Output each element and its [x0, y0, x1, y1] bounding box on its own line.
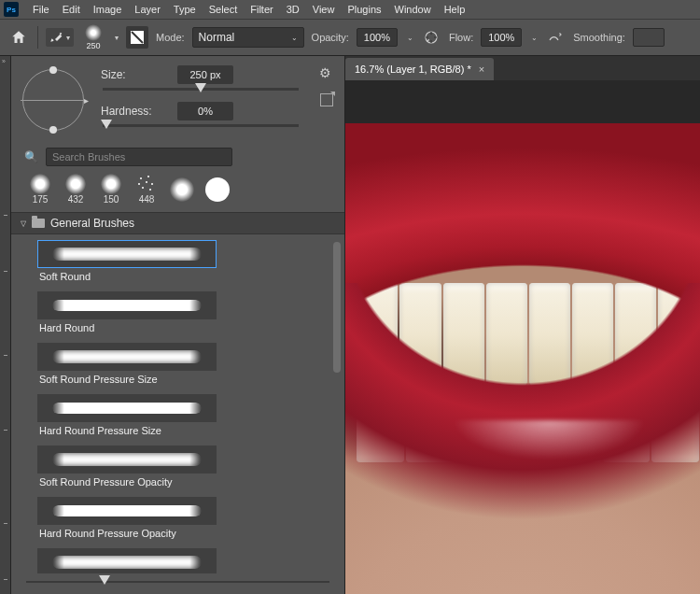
- chevron-down-icon: ▾: [66, 34, 70, 42]
- opacity-label: Opacity:: [312, 32, 349, 43]
- mode-label: Mode:: [156, 32, 185, 43]
- collapsed-panel-strip[interactable]: »: [0, 56, 11, 594]
- canvas-pasteboard-top: [345, 80, 700, 123]
- chevron-down-icon[interactable]: ⌄: [531, 34, 538, 42]
- brush-group-header[interactable]: ▽ General Brushes: [11, 212, 344, 234]
- brush-item-label: Hard Round: [37, 319, 217, 339]
- brush-item[interactable]: Hard Round: [37, 291, 217, 339]
- brush-group-name: General Brushes: [50, 217, 134, 230]
- canvas[interactable]: [345, 123, 700, 594]
- brush-item-label: Hard Round Pressure Size: [37, 422, 217, 442]
- document-area: 16.7% (Layer 1, RGB/8) * ×: [345, 56, 700, 594]
- folder-icon: [32, 219, 45, 228]
- brush-item-label: Hard Round Pressure Opacity: [37, 525, 217, 544]
- menu-file[interactable]: File: [26, 2, 56, 17]
- close-icon[interactable]: ×: [479, 64, 484, 75]
- document-tab-bar: 16.7% (Layer 1, RGB/8) * ×: [345, 56, 700, 80]
- expand-arrows-icon: »: [2, 58, 5, 64]
- recent-brush[interactable]: 432: [60, 174, 91, 205]
- opacity-input[interactable]: 100%: [357, 28, 398, 47]
- pressure-opacity-icon[interactable]: [421, 27, 441, 48]
- brush-picker-panel: ▸ Size: 250 px Hardness: 0%: [11, 56, 345, 594]
- hardness-slider[interactable]: [103, 124, 299, 127]
- flow-label: Flow:: [449, 32, 473, 43]
- new-preset-icon[interactable]: [320, 93, 333, 106]
- menu-help[interactable]: Help: [438, 2, 472, 17]
- blend-mode-select[interactable]: Normal ⌄: [192, 27, 304, 48]
- hardness-label: Hardness:: [101, 105, 166, 118]
- slider-thumb[interactable]: [195, 83, 206, 92]
- brush-item[interactable]: Hard Round Pressure Opacity: [37, 497, 217, 544]
- menu-image[interactable]: Image: [87, 2, 129, 17]
- menu-edit[interactable]: Edit: [56, 2, 87, 17]
- brush-item[interactable]: Soft Round Pressure Opacity: [37, 446, 217, 493]
- menu-window[interactable]: Window: [388, 2, 438, 17]
- menu-layer[interactable]: Layer: [128, 2, 167, 17]
- menu-bar: Ps FileEditImageLayerTypeSelectFilter3DV…: [0, 0, 700, 19]
- brush-preview-size: 250: [86, 41, 100, 50]
- menu-select[interactable]: Select: [203, 2, 245, 17]
- menu-plugins[interactable]: Plugins: [341, 2, 387, 17]
- menu-filter[interactable]: Filter: [244, 2, 279, 17]
- brush-item[interactable]: Soft Round Pressure Size: [37, 343, 217, 390]
- brush-item-label: Soft Round: [37, 268, 217, 288]
- app-logo: Ps: [4, 2, 19, 17]
- size-value[interactable]: 250 px: [177, 65, 233, 84]
- recent-brush[interactable]: 448: [131, 174, 162, 205]
- brush-item[interactable]: [37, 548, 217, 573]
- document-tab[interactable]: 16.7% (Layer 1, RGB/8) * ×: [345, 58, 494, 80]
- document-tab-title: 16.7% (Layer 1, RGB/8) *: [355, 64, 471, 75]
- search-brushes-input[interactable]: Search Brushes: [46, 148, 232, 166]
- blend-mode-value: Normal: [199, 31, 235, 44]
- chevron-down-icon[interactable]: ⌄: [407, 34, 413, 42]
- recent-brush[interactable]: 150: [95, 174, 127, 205]
- tool-brush[interactable]: ▾: [46, 28, 74, 47]
- scrollbar[interactable]: [333, 242, 341, 373]
- search-icon: 🔍: [24, 150, 38, 163]
- flow-input[interactable]: 100%: [481, 28, 522, 47]
- menu-3d[interactable]: 3D: [280, 2, 306, 17]
- recent-brushes-row: 175432150448: [11, 174, 344, 212]
- options-bar: ▾ 250 ▾ Mode: Normal ⌄ Opacity: 100% ⌄ F…: [0, 19, 700, 56]
- size-slider[interactable]: [103, 88, 299, 91]
- brush-list: Soft RoundHard RoundSoft Round Pressure …: [11, 234, 344, 573]
- recent-brush[interactable]: 175: [24, 174, 56, 205]
- document-image: [345, 123, 700, 594]
- brush-item-label: Soft Round Pressure Size: [37, 371, 217, 390]
- slider-thumb[interactable]: [99, 575, 110, 585]
- size-label: Size:: [101, 68, 166, 81]
- airbrush-icon[interactable]: [545, 27, 566, 48]
- brush-preset-preview[interactable]: 250: [81, 24, 105, 50]
- brush-preview-dot: [85, 24, 102, 41]
- recent-brush[interactable]: [166, 177, 198, 202]
- recent-brush[interactable]: [202, 177, 233, 202]
- slider-thumb[interactable]: [101, 120, 112, 129]
- brush-item-label: Soft Round Pressure Opacity: [37, 474, 217, 493]
- smoothing-input[interactable]: [633, 28, 665, 47]
- brush-item[interactable]: Soft Round: [37, 240, 217, 288]
- menu-view[interactable]: View: [306, 2, 342, 17]
- smoothing-label: Smoothing:: [573, 32, 625, 43]
- brush-panel-toggle[interactable]: [126, 26, 148, 49]
- brush-item[interactable]: Hard Round Pressure Size: [37, 394, 217, 442]
- home-icon[interactable]: [7, 26, 30, 49]
- menu-type[interactable]: Type: [167, 2, 203, 17]
- gear-icon[interactable]: ⚙: [319, 65, 331, 80]
- hardness-value[interactable]: 0%: [177, 102, 233, 120]
- divider: [37, 26, 38, 49]
- chevron-down-icon: ⌄: [291, 34, 298, 42]
- chevron-down-icon[interactable]: ▾: [115, 34, 119, 42]
- preview-size-slider[interactable]: [26, 573, 329, 590]
- brush-angle-widget[interactable]: ▸: [22, 69, 88, 134]
- disclosure-triangle-icon: ▽: [21, 219, 26, 228]
